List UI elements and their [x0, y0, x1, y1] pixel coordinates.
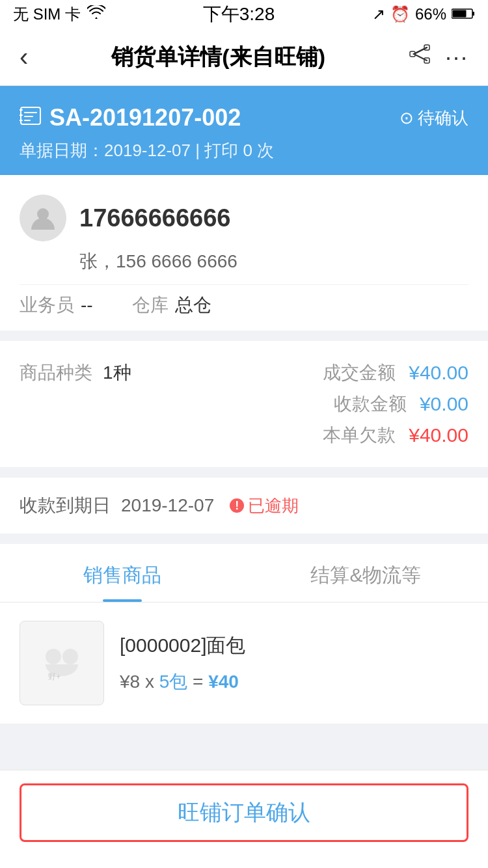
wifi-icon	[87, 5, 105, 23]
salesperson-label: 业务员	[20, 293, 74, 318]
order-meta: 单据日期：2019-12-07 | 打印 0 次	[20, 139, 468, 162]
more-button[interactable]: ···	[445, 44, 468, 71]
quantity-value: 5包	[159, 671, 188, 692]
product-name: [0000002]面包	[120, 632, 468, 659]
summary-left: 商品种类 1种	[20, 360, 131, 385]
share-button[interactable]	[409, 42, 432, 72]
received-value: ¥0.00	[420, 393, 468, 415]
status-bar: 无 SIM 卡 下午3:28 ↗ ⏰ 66%	[0, 0, 488, 29]
battery-text: 66%	[415, 5, 446, 23]
amount-label: 成交金额	[323, 360, 396, 385]
nav-bar: ‹ 销货单详情(来自旺铺) ···	[0, 29, 488, 86]
order-header: SA-20191207-002 ⊙ 待确认 单据日期：2019-12-07 | …	[0, 86, 488, 175]
nav-actions: ···	[409, 42, 468, 72]
page-title: 销货单详情(来自旺铺)	[28, 42, 409, 72]
avatar	[20, 195, 66, 241]
tab-sales-products[interactable]: 销售商品	[0, 544, 244, 602]
back-button[interactable]: ‹	[20, 42, 28, 72]
product-price: ¥8 x 5包 = ¥40	[120, 670, 468, 694]
location-icon: ↗	[372, 5, 385, 23]
salesperson-value: --	[81, 295, 93, 316]
status-left: 无 SIM 卡	[13, 4, 105, 25]
product-info: [0000002]面包 ¥8 x 5包 = ¥40	[120, 632, 468, 694]
tabs-header: 销售商品 结算&物流等	[0, 544, 488, 603]
order-id: SA-20191207-002	[20, 104, 241, 131]
order-icon	[20, 104, 42, 131]
svg-point-9	[62, 649, 78, 664]
tab-settlement-logistics[interactable]: 结算&物流等	[244, 544, 488, 602]
product-image: 野+	[20, 621, 104, 705]
amount-value: ¥40.00	[409, 362, 468, 384]
svg-rect-1	[472, 12, 474, 16]
svg-text:野+: 野+	[48, 672, 61, 681]
warehouse-label: 仓库	[132, 293, 169, 318]
warehouse-value: 总仓	[175, 293, 211, 318]
due-section: 收款到期日 2019-12-07 ! 已逾期	[0, 478, 488, 534]
summary-section: 商品种类 1种 成交金额 ¥40.00 收款金额 ¥0.00 本单欠款 ¥40.…	[0, 341, 488, 467]
svg-rect-2	[453, 10, 467, 18]
product-type-label: 商品种类	[20, 360, 92, 385]
received-label: 收款金额	[334, 392, 407, 416]
clock-status-icon: ⊙	[400, 108, 414, 128]
bottom-bar: 旺铺订单确认	[0, 770, 488, 868]
warehouse-item: 仓库 总仓	[132, 293, 211, 318]
product-type-value: 1种	[103, 360, 131, 385]
customer-phone: 17666666666	[79, 204, 230, 232]
customer-name: 张，156 6666 6666	[20, 249, 468, 274]
tabs-section: 销售商品 结算&物流等 野+ [0000002]面包 ¥8 x 5包 = ¥40	[0, 544, 488, 724]
confirm-order-button[interactable]: 旺铺订单确认	[20, 783, 468, 842]
price-value: ¥8	[120, 671, 140, 692]
multiply-sign: x	[145, 671, 154, 692]
owed-value: ¥40.00	[409, 424, 468, 446]
owed-label: 本单欠款	[323, 423, 396, 448]
overdue-icon: !	[230, 498, 244, 513]
overdue-badge: ! 已逾期	[230, 495, 299, 517]
status-right: ↗ ⏰ 66%	[372, 5, 475, 23]
amount-row: 成交金额 ¥40.00	[323, 360, 468, 385]
owed-row: 本单欠款 ¥40.00	[323, 423, 468, 448]
overdue-text: 已逾期	[248, 495, 299, 517]
customer-meta: 业务员 -- 仓库 总仓	[20, 285, 468, 318]
carrier-text: 无 SIM 卡	[13, 4, 81, 25]
clock-icon: ⏰	[390, 5, 410, 23]
salesperson-item: 业务员 --	[20, 293, 93, 318]
battery-icon	[452, 5, 475, 23]
svg-point-8	[46, 649, 61, 664]
equals-sign: =	[193, 671, 203, 692]
due-date-label: 收款到期日	[20, 493, 111, 518]
customer-section: 17666666666 张，156 6666 6666 业务员 -- 仓库 总仓	[0, 175, 488, 331]
product-type-item: 商品种类 1种	[20, 360, 131, 385]
total-value: ¥40	[208, 671, 239, 692]
product-item: 野+ [0000002]面包 ¥8 x 5包 = ¥40	[0, 603, 488, 724]
received-row: 收款金额 ¥0.00	[334, 392, 468, 416]
status-time: 下午3:28	[203, 2, 275, 27]
due-date-value: 2019-12-07	[121, 495, 214, 516]
order-status: ⊙ 待确认	[400, 107, 468, 129]
summary-right: 成交金额 ¥40.00 收款金额 ¥0.00 本单欠款 ¥40.00	[323, 360, 468, 448]
